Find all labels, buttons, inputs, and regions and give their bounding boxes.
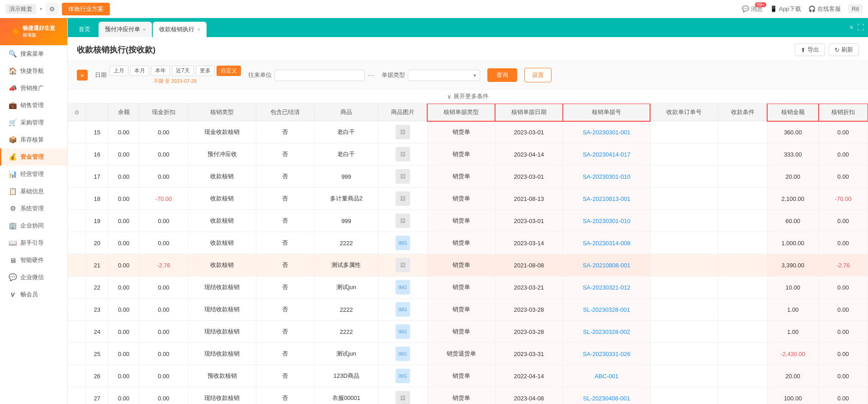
th-gear[interactable]: ⚙ <box>68 104 86 121</box>
sidebar-item-guide[interactable]: 📖 新手引导 <box>0 234 67 252</box>
sidebar-item-search[interactable]: 🔍 搜索菜单 <box>0 45 67 62</box>
writeoff-number-link[interactable]: SA-20210808-001 <box>583 262 631 269</box>
writeoff-number-link[interactable]: SA-20230301-010 <box>583 173 631 180</box>
writeoff-number-link[interactable]: SA-20230414-017 <box>583 151 631 158</box>
sidebar-label-guide: 新手引导 <box>20 239 44 247</box>
writeoff-number-link[interactable]: SA-20230331-026 <box>583 351 631 357</box>
filter-expand-button[interactable]: » <box>77 70 88 81</box>
writeoff-number-link[interactable]: SL-20230328-002 <box>583 328 630 335</box>
tab-prepay-close[interactable]: × <box>143 27 146 32</box>
partner-search-icon[interactable]: ··· <box>368 71 374 80</box>
cell-cash-discount: 0.00 <box>139 121 188 143</box>
app-download[interactable]: 📱 App下载 <box>770 5 801 13</box>
date-btn-more[interactable]: 更多 <box>196 66 215 76</box>
product-image: 🖼 <box>396 125 410 139</box>
tab-home-label: 首页 <box>79 25 90 33</box>
cell-collection-order <box>650 387 718 404</box>
cell-writeoff-date: 2023-03-21 <box>495 276 563 299</box>
cell-product: 老白干 <box>315 121 378 143</box>
writeoff-number-link[interactable]: SL-20230408-001 <box>583 395 630 402</box>
cell-cash-discount: 0.00 <box>139 276 188 299</box>
sidebar-item-wechat[interactable]: 💬 企业微信 <box>0 269 67 286</box>
sidebar-item-finance[interactable]: 💰 资金管理 <box>0 148 67 166</box>
sidebar-item-enterprise[interactable]: 🏢 企业协同 <box>0 217 67 234</box>
partner-input[interactable] <box>274 70 365 81</box>
cell-row-num: 16 <box>86 143 108 166</box>
cell-writeoff-amount: 100.00 <box>767 387 819 404</box>
sidebar-item-member[interactable]: V 畅会员 <box>0 286 67 303</box>
export-button[interactable]: ⬆ 导出 <box>795 43 825 56</box>
sidebar-label-marketing: 营销推广 <box>20 84 44 92</box>
cell-writeoff-discount: 0.00 <box>819 232 868 254</box>
cell-writeoff-amount: 1,000.00 <box>767 232 819 254</box>
company-dropdown-icon[interactable]: ▾ <box>40 6 42 11</box>
cell-row-num: 24 <box>86 321 108 343</box>
sidebar-item-operation[interactable]: 📊 经营管理 <box>0 166 67 183</box>
th-row-num <box>86 104 108 121</box>
tab-expand-icon[interactable]: ⛶ <box>857 24 864 32</box>
cell-writeoff-number: SA-20230331-026 <box>563 343 650 365</box>
writeoff-number-link[interactable]: SA-20230301-001 <box>583 129 631 136</box>
sidebar-item-inventory[interactable]: 📦 库存核算 <box>0 131 67 148</box>
cell-writeoff-date: 2021-08-08 <box>495 254 563 276</box>
expand-more-button[interactable]: ∨ 展开更多条件 <box>447 92 489 100</box>
date-btn-last-month[interactable]: 上月 <box>109 66 128 76</box>
message-badge[interactable]: 💬 消息 99+ <box>742 5 763 13</box>
date-btn-this-year[interactable]: 本年 <box>151 66 170 76</box>
cell-writeoff-discount: 0.00 <box>819 299 868 321</box>
tab-collection-close[interactable]: × <box>197 27 200 32</box>
writeoff-number-link[interactable]: SA-20210813-001 <box>583 195 631 202</box>
online-service[interactable]: 🎧 在线客服 <box>808 5 841 13</box>
date-btn-this-month[interactable]: 本月 <box>130 66 149 76</box>
sidebar-item-marketing[interactable]: 📣 营销推广 <box>0 80 67 97</box>
sidebar-item-hardware[interactable]: 🖥 智能硬件 <box>0 252 67 269</box>
cell-gear <box>68 276 86 299</box>
expand-more-bar: ∨ 展开更多条件 <box>68 90 868 104</box>
query-button[interactable]: 查询 <box>487 68 517 82</box>
cell-balance: 0.00 <box>108 276 139 299</box>
tab-close-icon[interactable]: × <box>849 24 854 32</box>
tab-prepay-label: 预付冲应付单 <box>105 25 140 33</box>
cell-writeoff-type: 收款核销 <box>188 232 256 254</box>
cell-writeoff-amount: -2,430.00 <box>767 343 819 365</box>
cell-included-settled: 否 <box>256 232 314 254</box>
trial-button[interactable]: 体验行业方案 <box>62 3 110 15</box>
table-container: ⚙ 余额 现金折扣 核销类型 包含已结清 商品 商品图片 核销单据类型 核销单据… <box>68 104 868 404</box>
tab-collection-label: 收款核销执行 <box>159 25 194 33</box>
cell-gear <box>68 321 86 343</box>
cell-writeoff-voucher-type: 销货单 <box>427 299 495 321</box>
sidebar-item-quick-nav[interactable]: 🏠 快捷导航 <box>0 62 67 80</box>
voucher-type-select[interactable] <box>408 70 480 81</box>
date-btn-7days[interactable]: 近7天 <box>172 66 194 76</box>
filter-settings-button[interactable]: 设置 <box>524 68 552 82</box>
settings-button[interactable]: ⚙ <box>46 3 58 15</box>
writeoff-number-link[interactable]: ABC-001 <box>594 373 618 380</box>
cell-included-settled: 否 <box>256 343 314 365</box>
sidebar-item-sales[interactable]: 💼 销售管理 <box>0 97 67 114</box>
writeoff-number-link[interactable]: SA-20230301-010 <box>583 218 631 224</box>
cell-row-num: 22 <box>86 276 108 299</box>
user-name[interactable]: Rit <box>848 5 863 13</box>
writeoff-number-link[interactable]: SA-20230314-008 <box>583 240 631 247</box>
cell-cash-discount: 0.00 <box>139 321 188 343</box>
tab-collection[interactable]: 收款核销执行 × <box>153 22 206 37</box>
sidebar-item-purchase[interactable]: 🛒 采购管理 <box>0 114 67 131</box>
cell-writeoff-date: 2023-03-14 <box>495 232 563 254</box>
filter-bar: » 日期 上月 本月 本年 近7天 更多 自定义 不限 至 2023-07-26 <box>68 61 868 90</box>
writeoff-number-link[interactable]: SA-20230321-012 <box>583 284 631 291</box>
sidebar-item-basic[interactable]: 📋 基础信息 <box>0 183 67 200</box>
cell-writeoff-voucher-type: 销货单 <box>427 232 495 254</box>
refresh-button[interactable]: ↻ 刷新 <box>829 43 859 56</box>
date-btn-custom[interactable]: 自定义 <box>217 66 241 76</box>
cell-writeoff-discount: 0.00 <box>819 387 868 404</box>
th-collection-order: 收款单订单号 <box>650 104 718 121</box>
cell-writeoff-discount: 0.00 <box>819 121 868 143</box>
sidebar-item-system[interactable]: ⚙ 系统管理 <box>0 200 67 217</box>
tab-prepay[interactable]: 预付冲应付单 × <box>99 22 152 37</box>
cell-included-settled: 否 <box>256 387 314 404</box>
tab-home[interactable]: 首页 <box>71 22 98 37</box>
cell-product-img: 🖼 <box>378 188 427 210</box>
product-image: IMG <box>396 280 410 295</box>
cell-balance: 0.00 <box>108 143 139 166</box>
writeoff-number-link[interactable]: SL-20230328-001 <box>583 306 630 313</box>
